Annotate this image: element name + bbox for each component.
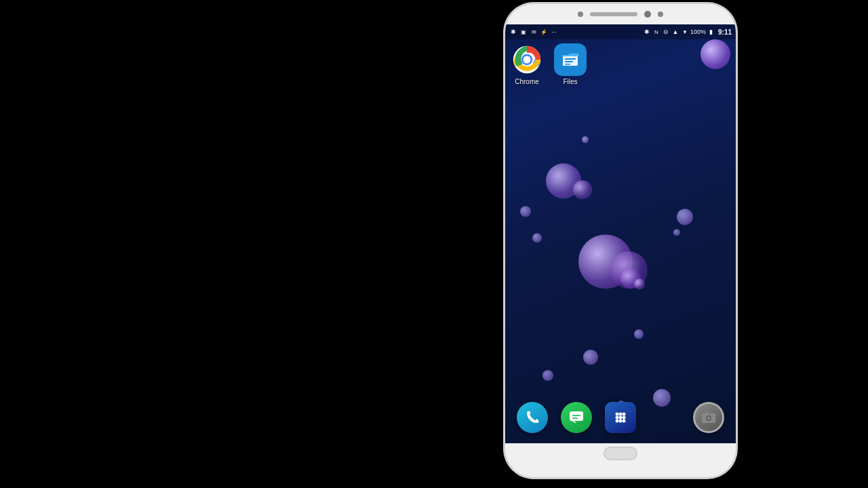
top-right-bubble bbox=[701, 39, 730, 69]
phone-bottom bbox=[505, 464, 736, 477]
status-bar: ✱ ▣ ✉ ⚡ ··· ✱ N bbox=[505, 24, 736, 39]
svg-point-4 bbox=[524, 56, 531, 64]
front-camera bbox=[644, 11, 651, 18]
bt-icon: ✱ bbox=[643, 28, 651, 36]
apps-svg bbox=[612, 409, 629, 426]
svg-point-23 bbox=[622, 420, 625, 423]
bubble-upper-center-tiny bbox=[582, 136, 589, 143]
bubble-right-small bbox=[673, 229, 680, 236]
svg-point-15 bbox=[615, 413, 618, 416]
front-camera-dot bbox=[578, 12, 583, 17]
status-left: ✱ ▣ ✉ ⚡ ··· bbox=[509, 28, 558, 36]
dnd-icon: ⊖ bbox=[662, 28, 670, 36]
svg-rect-9 bbox=[565, 61, 573, 62]
svg-rect-14 bbox=[572, 418, 578, 419]
status-right: ✱ N ⊖ ▲ ▼ 100% ▮ 9:11 bbox=[643, 28, 732, 36]
svg-point-20 bbox=[622, 416, 625, 420]
phone-frame: ✱ ▣ ✉ ⚡ ··· ✱ N bbox=[498, 0, 743, 488]
dock-bar bbox=[505, 397, 736, 438]
svg-rect-10 bbox=[565, 64, 570, 65]
files-icon-bg bbox=[554, 43, 587, 76]
phone-body: ✱ ▣ ✉ ⚡ ··· ✱ N bbox=[505, 4, 736, 477]
bubble-tiny-center bbox=[634, 279, 645, 289]
status-time: 9:11 bbox=[718, 28, 732, 36]
dock-apps-icon[interactable] bbox=[605, 402, 636, 433]
svg-point-18 bbox=[615, 416, 618, 420]
bubble-bottom-left bbox=[542, 370, 553, 381]
bubble-left-mid bbox=[520, 206, 531, 217]
chrome-svg bbox=[512, 45, 542, 75]
files-label: Files bbox=[563, 78, 577, 85]
dock-phone-icon[interactable] bbox=[517, 402, 548, 433]
svg-point-26 bbox=[707, 417, 710, 420]
battery-icon: ▮ bbox=[707, 28, 715, 36]
phone-top-bar bbox=[505, 4, 736, 24]
bubble-right-large bbox=[677, 209, 693, 225]
nfc-icon: N bbox=[652, 28, 660, 36]
files-icon-img bbox=[554, 43, 587, 76]
svg-marker-12 bbox=[572, 421, 576, 424]
message-icon: ✉ bbox=[530, 28, 538, 36]
svg-rect-13 bbox=[572, 415, 580, 416]
bubble-upper-left-small bbox=[573, 180, 592, 199]
bluetooth-icon: ✱ bbox=[509, 28, 517, 36]
camera-svg bbox=[701, 409, 717, 426]
dock-camera-icon[interactable] bbox=[693, 402, 724, 433]
messages-svg bbox=[568, 409, 585, 426]
svg-point-19 bbox=[618, 416, 622, 420]
signal-icon: ▼ bbox=[681, 28, 689, 36]
files-svg bbox=[560, 49, 580, 70]
svg-point-21 bbox=[615, 420, 618, 423]
dock-messages-icon[interactable] bbox=[561, 402, 592, 433]
app-icons-row: Chrome bbox=[511, 43, 587, 85]
home-button[interactable] bbox=[604, 447, 637, 460]
home-button-area bbox=[505, 443, 736, 464]
svg-point-22 bbox=[618, 420, 622, 423]
svg-point-16 bbox=[618, 413, 622, 416]
svg-point-17 bbox=[622, 413, 625, 416]
chrome-label: Chrome bbox=[515, 78, 539, 85]
files-app-icon[interactable]: Files bbox=[554, 43, 587, 85]
scene: ✱ ▣ ✉ ⚡ ··· ✱ N bbox=[0, 0, 868, 488]
bubble-left-lower bbox=[532, 233, 542, 243]
phone-svg bbox=[524, 409, 541, 426]
wifi-off-icon: ▲ bbox=[671, 28, 679, 36]
svg-rect-27 bbox=[706, 412, 709, 414]
phone-speaker bbox=[590, 12, 637, 16]
bubble-bottom-center-left bbox=[583, 350, 598, 365]
usb-icon: ⚡ bbox=[540, 28, 548, 36]
phone-screen: ✱ ▣ ✉ ⚡ ··· ✱ N bbox=[505, 24, 736, 443]
chrome-icon-img bbox=[511, 43, 543, 76]
more-icon: ··· bbox=[550, 28, 558, 36]
sim-icon: ▣ bbox=[519, 28, 528, 36]
battery-label: 100% bbox=[690, 28, 706, 35]
chrome-app-icon[interactable]: Chrome bbox=[511, 43, 543, 85]
sensor-dot bbox=[658, 12, 663, 17]
bubble-bottom-center-right bbox=[634, 329, 644, 339]
svg-rect-8 bbox=[565, 58, 576, 60]
